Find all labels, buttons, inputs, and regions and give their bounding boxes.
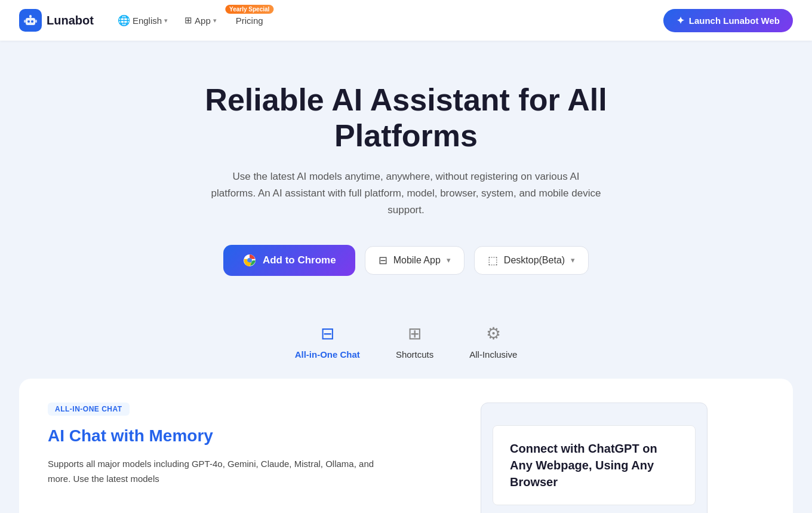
- desktop-button[interactable]: ⬚ Desktop(Beta) ▾: [474, 246, 589, 275]
- monitor-icon: ⊟: [321, 324, 334, 343]
- pricing-wrapper: Yearly Special Pricing: [229, 12, 270, 29]
- language-label: English: [133, 16, 162, 26]
- mobile-label: Mobile App: [393, 255, 441, 266]
- screenshot-text: Connect with ChatGPT on Any Webpage, Usi…: [493, 425, 696, 505]
- svg-rect-5: [35, 20, 37, 23]
- chevron-down-icon: ▾: [447, 256, 451, 265]
- svg-point-1: [27, 20, 30, 23]
- mobile-icon: ⊟: [379, 254, 387, 267]
- chevron-down-icon: ▾: [213, 17, 217, 24]
- logo-icon: [19, 9, 42, 32]
- launch-label: Launch Lunabot Web: [689, 16, 780, 26]
- logo-link[interactable]: Lunabot: [19, 9, 94, 32]
- hero-subtitle: Use the latest AI models anytime, anywhe…: [209, 168, 603, 219]
- svg-rect-4: [24, 20, 26, 23]
- nav-app[interactable]: ⊞ App ▾: [177, 11, 224, 29]
- feature-label-2: Shortcuts: [396, 349, 433, 360]
- chrome-icon: [242, 253, 257, 268]
- feature-shortcuts[interactable]: ⊞ Shortcuts: [396, 324, 433, 360]
- chrome-label: Add to Chrome: [263, 254, 336, 266]
- section-card: ALL-IN-ONE CHAT AI Chat with Memory Supp…: [19, 379, 793, 513]
- yearly-badge: Yearly Special: [225, 5, 273, 14]
- navbar: Lunabot 🌐 English ▾ ⊞ App ▾ Yearly Speci…: [0, 0, 812, 41]
- section-left: ALL-IN-ONE CHAT AI Chat with Memory Supp…: [48, 403, 388, 487]
- section-right: Connect with ChatGPT on Any Webpage, Usi…: [424, 403, 764, 513]
- chevron-down-icon: ▾: [571, 256, 575, 265]
- globe-icon: 🌐: [118, 14, 130, 27]
- mobile-app-button[interactable]: ⊟ Mobile App ▾: [365, 246, 465, 275]
- feature-label-3: All-Inclusive: [469, 349, 517, 360]
- feature-all-in-one[interactable]: ⊟ All-in-One Chat: [295, 324, 360, 360]
- screenshot-preview: Connect with ChatGPT on Any Webpage, Usi…: [481, 403, 708, 513]
- hero-title: Reliable AI Assistant for All Platforms: [161, 82, 651, 154]
- cta-row: Add to Chrome ⊟ Mobile App ▾ ⬚ Desktop(B…: [223, 245, 589, 276]
- section-title: AI Chat with Memory: [48, 426, 388, 446]
- screenshot-line2: Any Webpage, Using Any: [510, 459, 654, 472]
- pricing-label: Pricing: [236, 16, 263, 26]
- feature-label-1: All-in-One Chat: [295, 349, 360, 360]
- feature-all-inclusive[interactable]: ⚙ All-Inclusive: [469, 324, 517, 360]
- grid-icon: ⊞: [408, 324, 422, 343]
- nav-language[interactable]: 🌐 English ▾: [110, 11, 175, 30]
- section-badge: ALL-IN-ONE CHAT: [48, 403, 130, 416]
- nav-center: 🌐 English ▾ ⊞ App ▾ Yearly Special Prici…: [110, 11, 270, 30]
- desktop-icon: ⬚: [488, 254, 498, 267]
- app-label: App: [195, 16, 211, 26]
- svg-point-2: [31, 20, 33, 23]
- screenshot-line1: Connect with ChatGPT on: [510, 442, 657, 455]
- spark-icon: ✦: [676, 15, 684, 26]
- svg-rect-3: [29, 15, 32, 18]
- section-desc: Supports all major models including GPT-…: [48, 456, 388, 487]
- chevron-down-icon: ▾: [164, 17, 168, 24]
- features-row: ⊟ All-in-One Chat ⊞ Shortcuts ⚙ All-Incl…: [0, 306, 812, 371]
- logo-text: Lunabot: [47, 14, 94, 27]
- launch-button[interactable]: ✦ Launch Lunabot Web: [663, 9, 793, 32]
- desktop-label: Desktop(Beta): [504, 255, 565, 266]
- screenshot-line3: Browser: [510, 475, 558, 489]
- settings-icon: ⚙: [486, 324, 501, 343]
- hero-section: Reliable AI Assistant for All Platforms …: [0, 41, 812, 306]
- nav-pricing[interactable]: Pricing: [229, 12, 270, 29]
- svg-rect-0: [26, 18, 35, 25]
- nav-right: ✦ Launch Lunabot Web: [663, 9, 793, 32]
- grid-icon: ⊞: [184, 15, 192, 26]
- add-to-chrome-button[interactable]: Add to Chrome: [223, 245, 355, 276]
